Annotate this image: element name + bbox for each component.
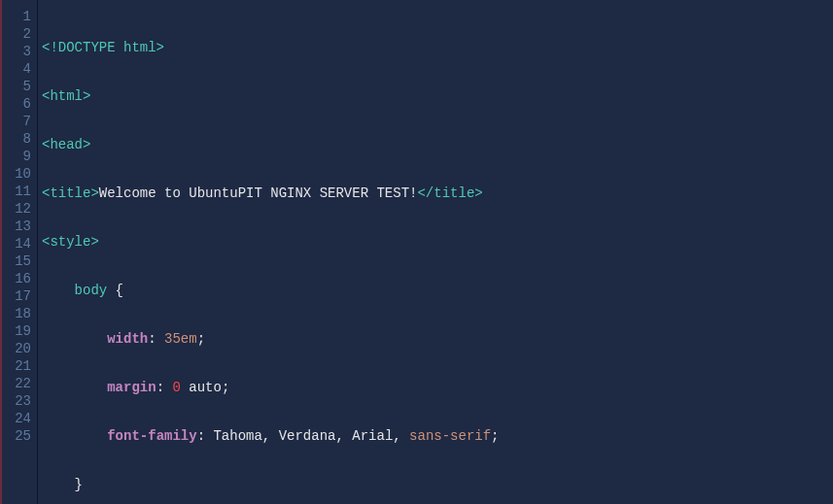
code-line[interactable]: margin: 0 auto; bbox=[42, 379, 833, 396]
code-line[interactable]: width: 35em; bbox=[42, 330, 833, 348]
line-number: 24 bbox=[2, 410, 31, 427]
line-number: 6 bbox=[2, 95, 31, 113]
line-number: 19 bbox=[2, 322, 31, 340]
code-area[interactable]: <!DOCTYPE html> <html> <head> <title>Wel… bbox=[38, 0, 833, 504]
line-number: 11 bbox=[2, 183, 31, 200]
line-number: 12 bbox=[2, 200, 31, 218]
line-number: 23 bbox=[2, 392, 31, 410]
line-number: 18 bbox=[2, 305, 31, 322]
line-number: 22 bbox=[2, 375, 31, 392]
code-line[interactable]: font-family: Tahoma, Verdana, Arial, san… bbox=[42, 427, 833, 445]
code-line[interactable]: <title>Welcome to UbuntuPIT NGINX SERVER… bbox=[42, 185, 833, 202]
line-number: 4 bbox=[2, 60, 31, 78]
code-line[interactable]: body { bbox=[42, 282, 833, 299]
line-number: 17 bbox=[2, 287, 31, 305]
line-number: 7 bbox=[2, 113, 31, 130]
line-number: 3 bbox=[2, 43, 31, 60]
line-number: 1 bbox=[2, 8, 31, 25]
code-line[interactable]: } bbox=[42, 476, 833, 493]
line-number: 5 bbox=[2, 78, 31, 95]
code-line[interactable]: <html> bbox=[42, 87, 833, 105]
line-number: 2 bbox=[2, 25, 31, 43]
line-number: 15 bbox=[2, 252, 31, 270]
line-number: 14 bbox=[2, 235, 31, 252]
line-number: 9 bbox=[2, 148, 31, 165]
code-editor[interactable]: 1 2 3 4 5 6 7 8 9 10 11 12 13 14 15 16 1… bbox=[0, 0, 833, 504]
code-line[interactable]: <!DOCTYPE html> bbox=[42, 39, 833, 56]
line-number: 13 bbox=[2, 218, 31, 235]
code-line[interactable]: <style> bbox=[42, 233, 833, 251]
line-number: 8 bbox=[2, 130, 31, 148]
code-line[interactable]: <head> bbox=[42, 136, 833, 153]
line-number: 16 bbox=[2, 270, 31, 287]
line-number-gutter: 1 2 3 4 5 6 7 8 9 10 11 12 13 14 15 16 1… bbox=[2, 0, 38, 504]
line-number: 21 bbox=[2, 357, 31, 375]
line-number: 25 bbox=[2, 427, 31, 445]
line-number: 20 bbox=[2, 340, 31, 357]
line-number: 10 bbox=[2, 165, 31, 183]
